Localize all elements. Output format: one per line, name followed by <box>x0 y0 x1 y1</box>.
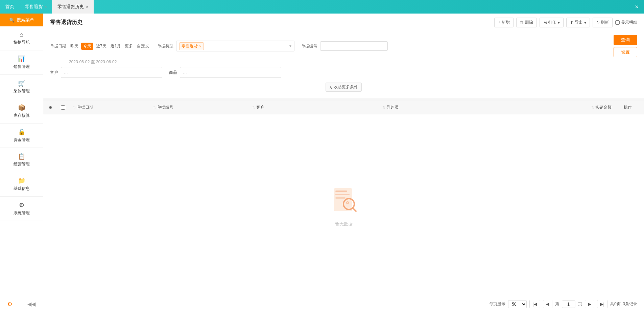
th-check[interactable] <box>58 105 70 110</box>
collapse-button[interactable]: ∧ 收起更多条件 <box>326 83 362 92</box>
page-number-input[interactable] <box>562 300 575 308</box>
sidebar-item-quick-nav-label: 快捷导航 <box>14 40 30 45</box>
th-date-sort-icon[interactable]: ⇅ <box>73 106 76 109</box>
th-action-label: 操作 <box>624 105 632 110</box>
sidebar-settings-btn[interactable]: ⚙ <box>5 299 15 309</box>
sidebar-item-purchase-mgmt[interactable]: 🛒 采购管理 <box>0 75 43 99</box>
last-page-button[interactable]: ▶| <box>597 300 607 308</box>
sidebar-item-finance[interactable]: 🔒 资金管理 <box>0 124 43 148</box>
th-guide-sort-icon[interactable]: ⇅ <box>382 106 385 109</box>
doc-type-filter-group: 单据类型 零售退货 × ▾ <box>157 41 294 51</box>
sidebar-search[interactable]: 🔍 搜索菜单 <box>0 14 43 26</box>
home-icon: ⌂ <box>20 31 23 38</box>
th-amount: ⇅ 实销金额 <box>547 105 615 110</box>
export-button[interactable]: ⬆ 导出 ▾ <box>566 18 590 27</box>
show-detail-label[interactable]: 显示明细 <box>615 20 637 25</box>
doc-num-input[interactable] <box>320 41 388 51</box>
add-button[interactable]: + 新增 <box>494 18 513 27</box>
page-header: 零售退货历史 + 新增 🗑 删除 🖨 打印 ▾ ⬆ 导出 ▾ ↻ 刷新 <box>43 14 644 98</box>
svg-rect-2 <box>335 194 350 195</box>
show-detail-checkbox[interactable] <box>615 20 620 25</box>
tab-retail-return-history-close[interactable]: × <box>86 5 88 9</box>
th-amount-sort-icon[interactable]: ⇅ <box>591 106 594 109</box>
cart-icon: 🛒 <box>18 80 25 87</box>
tab-home-label: 首页 <box>5 4 14 10</box>
th-action: 操作 <box>614 105 641 110</box>
per-page-label: 每页显示 <box>489 301 505 307</box>
sidebar-item-operations-label: 经营管理 <box>14 161 30 167</box>
customer-ellipsis: ... <box>64 70 68 75</box>
refresh-button[interactable]: ↻ 刷新 <box>593 18 613 27</box>
sidebar-collapse-btn[interactable]: ◀◀ <box>25 299 38 309</box>
date-opt-yesterday[interactable]: 昨天 <box>69 43 80 50</box>
goods-label: 商品 <box>169 70 177 75</box>
lock-icon: 🔒 <box>18 128 25 136</box>
print-button[interactable]: 🖨 打印 ▾ <box>540 18 564 27</box>
sidebar-item-operations[interactable]: 📋 经营管理 <box>0 148 43 172</box>
filter-row-2: 客户 ... 商品 ... <box>50 67 637 78</box>
th-customer: ⇅ 客户 <box>249 105 380 110</box>
date-opt-more[interactable]: 更多 <box>123 43 134 50</box>
empty-state: 暂无数据 <box>43 114 644 296</box>
next-page-button[interactable]: ▶ <box>585 300 594 308</box>
sidebar: 🔍 搜索菜单 ⌂ 快捷导航 📊 销售管理 🛒 采购管理 📦 库存核算 🔒 资金管… <box>0 14 43 312</box>
doc-type-select[interactable]: 零售退货 × ▾ <box>176 41 294 51</box>
tab-list: 首页 零售退货 × 零售退货历史 × <box>0 0 629 14</box>
goods-ellipsis: ... <box>183 70 187 75</box>
sidebar-item-basic-info[interactable]: 📁 基础信息 <box>0 172 43 197</box>
tab-retail-return-close[interactable]: × <box>45 5 47 9</box>
tab-retail-return[interactable]: 零售退货 × <box>20 0 52 14</box>
date-opt-7days[interactable]: 近7天 <box>95 43 108 50</box>
clipboard-icon: 📋 <box>18 153 25 160</box>
th-date: ⇅ 单据日期 <box>70 105 150 110</box>
date-opt-custom[interactable]: 自定义 <box>136 43 150 50</box>
chart-icon: 📊 <box>18 55 25 63</box>
table-header: ⚙ ⇅ 单据日期 ⇅ 单据编号 ⇅ 客户 ⇅ <box>43 101 644 114</box>
search-icon: 🔍 <box>9 18 15 23</box>
tab-retail-return-history[interactable]: 零售退货历史 × <box>52 0 93 14</box>
window-close-button[interactable]: × <box>629 3 644 10</box>
th-settings[interactable]: ⚙ <box>46 105 58 110</box>
th-amount-label: 实销金额 <box>595 105 612 110</box>
per-page-select[interactable]: 50 100 200 <box>508 300 527 308</box>
page-title-row: 零售退货历史 + 新增 🗑 删除 🖨 打印 ▾ ⬆ 导出 ▾ ↻ 刷新 <box>50 18 637 27</box>
th-guide-label: 导购员 <box>386 105 399 110</box>
doc-type-label: 单据类型 <box>157 43 173 49</box>
query-button[interactable]: 查询 <box>614 35 637 45</box>
pagination-bar: 每页显示 50 100 200 |◀ ◀ 第 页 ▶ ▶| 共0页, 0条记录 <box>43 296 644 312</box>
top-bar: 首页 零售退货 × 零售退货历史 × × <box>0 0 644 14</box>
sidebar-item-quick-nav[interactable]: ⌂ 快捷导航 <box>0 26 43 50</box>
export-chevron-icon: ▾ <box>584 20 586 25</box>
sidebar-item-sales-mgmt[interactable]: 📊 销售管理 <box>0 50 43 75</box>
date-range-display: 2023-06-02 至 2023-06-02 <box>69 60 117 64</box>
tab-retail-return-label: 零售退货 <box>25 4 43 10</box>
sidebar-item-sales-mgmt-label: 销售管理 <box>14 64 30 70</box>
sidebar-item-basic-info-label: 基础信息 <box>14 186 30 192</box>
main-layout: 🔍 搜索菜单 ⌂ 快捷导航 📊 销售管理 🛒 采购管理 📦 库存核算 🔒 资金管… <box>0 14 644 312</box>
sidebar-item-system-mgmt[interactable]: ⚙ 系统管理 <box>0 197 43 221</box>
date-opt-today[interactable]: 今天 <box>81 43 93 50</box>
customer-label: 客户 <box>50 70 58 75</box>
first-page-button[interactable]: |◀ <box>529 300 540 308</box>
prev-page-button[interactable]: ◀ <box>543 300 552 308</box>
sidebar-item-inventory-label: 库存核算 <box>14 113 30 118</box>
th-customer-sort-icon[interactable]: ⇅ <box>252 106 255 109</box>
th-guide: ⇅ 导购员 <box>380 105 479 110</box>
sidebar-item-finance-label: 资金管理 <box>14 137 30 143</box>
sidebar-item-inventory[interactable]: 📦 库存核算 <box>0 99 43 124</box>
tab-retail-return-history-label: 零售退货历史 <box>57 4 84 10</box>
goods-select[interactable]: ... <box>180 67 281 78</box>
setting-button[interactable]: 设置 <box>614 47 637 57</box>
th-num-sort-icon[interactable]: ⇅ <box>153 106 156 109</box>
date-opt-1month[interactable]: 近1月 <box>109 43 122 50</box>
svg-rect-1 <box>335 191 347 192</box>
export-label: ⬆ 导出 <box>570 20 582 25</box>
tab-home[interactable]: 首页 <box>0 0 20 14</box>
page-title: 零售退货历史 <box>50 19 82 26</box>
customer-select[interactable]: ... <box>61 67 162 78</box>
empty-icon <box>327 183 361 217</box>
select-all-checkbox[interactable] <box>61 105 65 110</box>
page-suffix: 页 <box>578 301 582 307</box>
doc-type-tag-close[interactable]: × <box>199 44 201 48</box>
delete-button[interactable]: 🗑 删除 <box>516 18 537 27</box>
